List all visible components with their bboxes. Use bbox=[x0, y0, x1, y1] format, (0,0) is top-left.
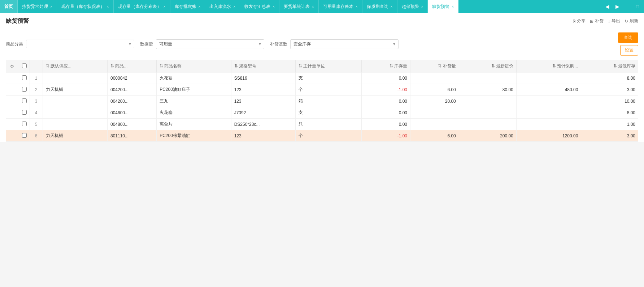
category-arrow-icon: ▾ bbox=[129, 41, 131, 47]
nav-tab-7[interactable]: 要货单统计表 × bbox=[279, 0, 319, 13]
column-checkbox-all[interactable] bbox=[19, 60, 30, 72]
nav-tab-9[interactable]: 保质期查询 × bbox=[362, 0, 397, 13]
column-supplier[interactable]: ⇅ 默认供应... bbox=[43, 60, 107, 72]
close-tab-1[interactable]: × bbox=[50, 5, 52, 9]
stock-sort-icon: ⇅ bbox=[390, 63, 393, 69]
nav-tab-8[interactable]: 可用量库存账本 × bbox=[319, 0, 362, 13]
row-gear-3 bbox=[6, 107, 19, 119]
nav-tab-2[interactable]: 现存量（库存状况表） × bbox=[57, 0, 114, 13]
row-spec-5: 123 bbox=[231, 130, 295, 142]
row-checkbox-cell-3[interactable] bbox=[19, 107, 30, 119]
column-min-stock[interactable]: ⇅ 最低库存 bbox=[581, 60, 638, 72]
close-tab-7[interactable]: × bbox=[312, 5, 314, 9]
close-tab-11[interactable]: × bbox=[452, 5, 454, 9]
row-checkbox-cell-5[interactable] bbox=[19, 130, 30, 142]
row-spec-3: J7092 bbox=[231, 107, 295, 119]
column-unit[interactable]: ⇅ 主计量单位 bbox=[295, 60, 361, 72]
row-checkbox-cell-4[interactable] bbox=[19, 119, 30, 130]
row-checkbox-3[interactable] bbox=[22, 110, 27, 115]
nav-tab-5[interactable]: 出入库流水 × bbox=[205, 0, 240, 13]
share-button[interactable]: ⎘ 分享 bbox=[573, 18, 586, 24]
filter-area: 商品分类 ▾ 数据源 可用量 ▾ 补货基数 安全库存 ▾ 查询 设置 bbox=[0, 28, 644, 60]
row-stock-3: 0.00 bbox=[362, 107, 410, 119]
row-checkbox-cell-0[interactable] bbox=[19, 72, 30, 84]
row-checkbox-cell-1[interactable] bbox=[19, 84, 30, 96]
maximize-window-button[interactable]: □ bbox=[632, 1, 643, 12]
row-est-purchase-4 bbox=[516, 119, 581, 130]
row-seq-2: 3 bbox=[30, 96, 43, 107]
datasource-label: 数据源 bbox=[140, 41, 153, 47]
nav-tab-3[interactable]: 现存量（库存分布表） × bbox=[114, 0, 170, 13]
nav-tab-10[interactable]: 超储预警 × bbox=[397, 0, 428, 13]
supplier-sort-icon: ⇅ bbox=[46, 63, 49, 69]
close-tab-8[interactable]: × bbox=[356, 5, 358, 9]
row-code-0: 0000042 bbox=[107, 72, 156, 84]
column-latest-price[interactable]: ⇅ 最新进价 bbox=[459, 60, 516, 72]
row-unit-2: 箱 bbox=[295, 96, 361, 107]
row-seq-4: 5 bbox=[30, 119, 43, 130]
nav-tab-4[interactable]: 库存批次账 × bbox=[170, 0, 205, 13]
row-latest-price-5: 200.00 bbox=[459, 130, 516, 142]
page-title: 缺货预警 bbox=[6, 17, 573, 25]
category-select[interactable]: ▾ bbox=[26, 40, 134, 48]
datasource-select[interactable]: 可用量 ▾ bbox=[156, 39, 264, 49]
column-gear[interactable]: ⚙ bbox=[6, 60, 19, 72]
row-stock-4: 0.00 bbox=[362, 119, 410, 130]
column-code[interactable]: ⇅ 商品... bbox=[107, 60, 156, 72]
row-checkbox-5[interactable] bbox=[22, 133, 27, 138]
column-name[interactable]: ⇅ 商品名称 bbox=[157, 60, 231, 72]
query-button[interactable]: 查询 bbox=[618, 32, 638, 43]
table-row: 1 0000042 火花塞 SS816 支 0.00 8.00 bbox=[6, 72, 638, 84]
export-button[interactable]: ↓ 导出 bbox=[608, 18, 620, 24]
scroll-tabs-left-button[interactable]: ◀ bbox=[602, 1, 612, 12]
table-row: 3 004200... 三九 123 箱 0.00 20.00 10.00 bbox=[6, 96, 638, 107]
column-stock[interactable]: ⇅ 库存量 bbox=[362, 60, 410, 72]
row-supplier-1: 力天机械 bbox=[43, 84, 107, 96]
select-all-checkbox[interactable] bbox=[22, 63, 27, 68]
row-checkbox-2[interactable] bbox=[22, 98, 27, 103]
column-replenish[interactable]: ⇅ 补货量 bbox=[410, 60, 459, 72]
scroll-tabs-right-button[interactable]: ▶ bbox=[612, 1, 622, 12]
close-tab-3[interactable]: × bbox=[164, 5, 166, 9]
table-row: 5 004800... 离合片 DS250*23c... 只 0.00 1.00 bbox=[6, 119, 638, 130]
table-container: ⚙ ⇅ 默认供应... ⇅ 商品... ⇅ bbox=[0, 60, 644, 142]
close-tab-6[interactable]: × bbox=[273, 5, 275, 9]
replenish-button[interactable]: ⊞ 补货 bbox=[590, 18, 604, 24]
close-tab-5[interactable]: × bbox=[233, 5, 235, 9]
basis-value: 安全库存 bbox=[293, 41, 311, 47]
close-tab-2[interactable]: × bbox=[107, 5, 109, 9]
row-code-3: 004600... bbox=[107, 107, 156, 119]
row-stock-0: 0.00 bbox=[362, 72, 410, 84]
nav-tab-6[interactable]: 收发存汇总表 × bbox=[240, 0, 279, 13]
row-unit-3: 支 bbox=[295, 107, 361, 119]
nav-tab-home[interactable]: 首页 bbox=[0, 0, 18, 13]
header-actions: ⎘ 分享 ⊞ 补货 ↓ 导出 ↻ 刷新 bbox=[573, 18, 638, 24]
row-name-2: 三九 bbox=[157, 96, 231, 107]
close-tab-10[interactable]: × bbox=[421, 5, 423, 9]
basis-arrow-icon: ▾ bbox=[393, 41, 395, 47]
row-checkbox-4[interactable] bbox=[22, 122, 27, 126]
nav-tab-11[interactable]: 缺货预警 × bbox=[428, 0, 458, 13]
column-est-purchase[interactable]: ⇅ 预计采购... bbox=[516, 60, 581, 72]
row-checkbox-0[interactable] bbox=[22, 75, 27, 80]
nav-tab-1[interactable]: 拣货异常处理 × bbox=[18, 0, 57, 13]
close-tab-4[interactable]: × bbox=[199, 5, 201, 9]
share-icon: ⎘ bbox=[573, 19, 575, 24]
code-sort-icon: ⇅ bbox=[110, 63, 114, 69]
row-gear-4 bbox=[6, 119, 19, 130]
close-tab-9[interactable]: × bbox=[391, 5, 393, 9]
row-est-purchase-3 bbox=[516, 107, 581, 119]
column-spec[interactable]: ⇅ 规格型号 bbox=[231, 60, 295, 72]
refresh-button[interactable]: ↻ 刷新 bbox=[625, 18, 638, 24]
spec-sort-icon: ⇅ bbox=[234, 63, 238, 69]
settings-button[interactable]: 设置 bbox=[620, 45, 638, 56]
minimize-window-button[interactable]: — bbox=[622, 1, 632, 12]
est-purchase-sort-icon: ⇅ bbox=[552, 63, 556, 69]
row-seq-0: 1 bbox=[30, 72, 43, 84]
row-checkbox-cell-2[interactable] bbox=[19, 96, 30, 107]
row-spec-2: 123 bbox=[231, 96, 295, 107]
row-checkbox-1[interactable] bbox=[22, 87, 27, 92]
basis-select[interactable]: 安全库存 ▾ bbox=[290, 39, 399, 49]
row-code-2: 004200... bbox=[107, 96, 156, 107]
row-supplier-4 bbox=[43, 119, 107, 130]
